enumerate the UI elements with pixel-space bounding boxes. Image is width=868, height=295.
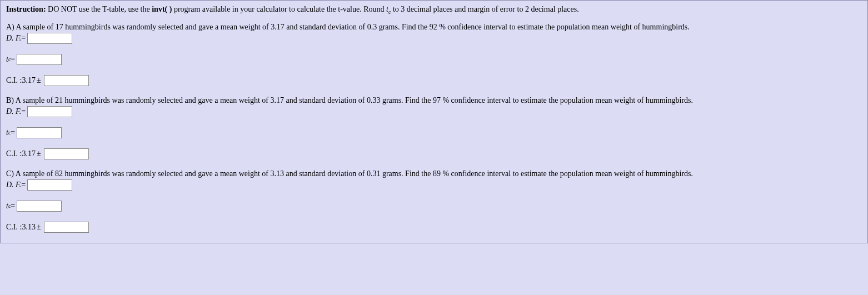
problem-a: A) A sample of 17 hummingbirds was rando… [6, 23, 862, 86]
problem-c-df-input[interactable] [27, 179, 72, 191]
instruction-text: Instruction: DO NOT use the T-table, use… [6, 5, 862, 15]
ci-mean: 3.17 [22, 149, 36, 158]
ci-label: C.I. : [6, 149, 22, 158]
problem-c-prompt: C) A sample of 82 hummingbirds was rando… [6, 169, 862, 178]
problem-a-tc-row: tc = [6, 54, 862, 65]
df-label: D. F. [6, 181, 21, 189]
ci-plusminus: ± [37, 76, 41, 85]
ci-label: C.I. : [6, 76, 22, 85]
problem-b-df-input[interactable] [27, 106, 72, 117]
problem-b: B) A sample of 21 hummingbirds was rando… [6, 96, 862, 159]
problem-b-df-row: D. F. = [6, 106, 862, 117]
problem-b-tc-input[interactable] [17, 127, 62, 138]
df-equals: = [21, 107, 26, 116]
df-equals: = [21, 34, 26, 43]
ci-plusminus: ± [37, 223, 41, 232]
df-label: D. F. [6, 34, 21, 43]
problem-c-tc-row: tc = [6, 201, 862, 212]
instruction-part2: program available in your calculator to … [172, 5, 386, 13]
ci-label: C.I. : [6, 223, 22, 232]
ci-mean: 3.17 [22, 76, 36, 85]
problem-c-df-row: D. F. = [6, 179, 862, 191]
problem-c: C) A sample of 82 hummingbirds was rando… [6, 169, 862, 233]
problem-c-tc-input[interactable] [17, 201, 62, 212]
problem-a-ci-row: C.I. : 3.17 ± [6, 75, 862, 86]
df-label: D. F. [6, 107, 21, 116]
tc-equals: = [11, 202, 15, 211]
ci-plusminus: ± [37, 149, 41, 158]
problem-a-prompt: A) A sample of 17 hummingbirds was rando… [6, 23, 862, 32]
instruction-part1: DO NOT use the T-table, use the [46, 5, 152, 13]
problem-b-ci-row: C.I. : 3.17 ± [6, 148, 862, 159]
df-equals: = [21, 181, 26, 189]
problem-b-ci-input[interactable] [44, 148, 89, 159]
ci-mean: 3.13 [22, 223, 36, 232]
tc-equals: = [11, 55, 15, 64]
problem-c-ci-row: C.I. : 3.13 ± [6, 222, 862, 233]
tc-equals: = [11, 128, 15, 137]
problem-a-df-row: D. F. = [6, 33, 862, 44]
instruction-part3: to 3 decimal places and margin of error … [391, 5, 578, 13]
problem-a-df-input[interactable] [27, 33, 72, 44]
problem-a-ci-input[interactable] [44, 75, 89, 86]
problem-b-prompt: B) A sample of 21 hummingbirds was rando… [6, 96, 862, 105]
instruction-label: Instruction: [6, 5, 46, 13]
problem-a-tc-input[interactable] [17, 54, 62, 65]
question-content: Instruction: DO NOT use the T-table, use… [1, 1, 867, 243]
problem-c-ci-input[interactable] [44, 222, 89, 233]
problem-b-tc-row: tc = [6, 127, 862, 138]
instruction-bold-term: invt( ) [152, 5, 172, 13]
